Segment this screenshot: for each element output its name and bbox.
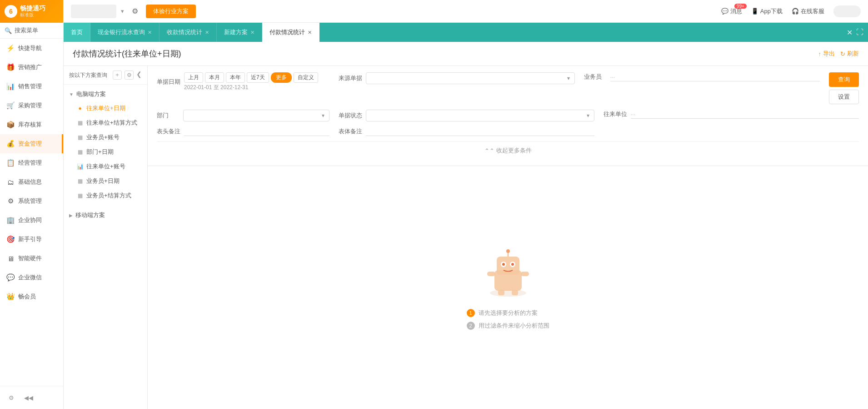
add-scheme-btn[interactable]: +: [113, 71, 122, 80]
tab-payment-stats[interactable]: 付款情况统计 ✕: [262, 23, 319, 42]
table-body-input[interactable]: [366, 127, 594, 134]
export-label: 导出: [823, 50, 835, 58]
sidebar-item-basic[interactable]: 🗂 基础信息: [0, 172, 63, 192]
tab-new-scheme-close-icon[interactable]: ✕: [250, 30, 254, 35]
filter-docstatus-item: 单据状态 ▾: [339, 110, 594, 121]
staff-input[interactable]: [610, 72, 820, 79]
tab-bank-flow-close-icon[interactable]: ✕: [148, 30, 152, 35]
dept-label: 部门: [157, 111, 180, 120]
scheme-chart-icon: 📊: [76, 163, 84, 170]
collapse-more-btn[interactable]: ⌃⌃ 收起更多条件: [484, 146, 532, 155]
source-select[interactable]: ▾: [366, 72, 575, 84]
app-download-icon: 📱: [751, 8, 758, 15]
date-btn-this-month[interactable]: 本月: [205, 72, 224, 83]
tip-num-2: 2: [467, 322, 475, 330]
staff-label: 业务员: [584, 73, 607, 81]
dept-select[interactable]: ▾: [183, 110, 329, 121]
search-label: 搜索菜单: [15, 26, 38, 35]
mobile-group-label: 移动端方案: [75, 211, 105, 219]
tab-receipt-stats[interactable]: 收款情况统计 ✕: [160, 23, 217, 42]
app-download-label: App下载: [760, 7, 783, 15]
scheme-item-staff-settle[interactable]: ▦ 业务员+结算方式: [64, 188, 147, 203]
tab-close-all-btn[interactable]: ✕: [847, 28, 853, 37]
scheme-item-unit-account[interactable]: 📊 往来单位+账号: [64, 159, 147, 174]
left-panel-title: 按以下方案查询: [69, 71, 107, 79]
left-panel-header: 按以下方案查询 + ⚙ ❮: [64, 66, 147, 85]
online-service-action[interactable]: 🎧 在线客服: [792, 7, 824, 15]
tab-receipt-stats-label: 收款情况统计: [167, 28, 202, 36]
sidebar-item-system[interactable]: ⚙ 系统管理: [0, 192, 63, 211]
scheme-settings-btn[interactable]: ⚙: [125, 71, 134, 80]
scheme-item-label: 业务员+结算方式: [86, 192, 131, 200]
date-options: 上月 本月 本年 近7天 更多 自定义 2022-01-01 至 2022-12…: [184, 72, 318, 91]
tip-text-1: 请先选择要分析的方案: [479, 309, 538, 317]
panel-collapse-btn[interactable]: ❮: [136, 71, 142, 80]
mobile-scheme-group: ▶ 移动端方案: [64, 206, 147, 225]
pc-group-arrow-icon: ▼: [69, 92, 74, 97]
sidebar-item-guide[interactable]: 🎯 新手引导: [0, 230, 63, 249]
tab-receipt-stats-close-icon[interactable]: ✕: [205, 30, 209, 35]
app-download-action[interactable]: 📱 App下载: [751, 7, 783, 15]
docstatus-select[interactable]: ▾: [366, 110, 594, 121]
sidebar-item-wechat[interactable]: 💬 企业微信: [0, 268, 63, 287]
scheme-item-unit-settle[interactable]: ▦ 往来单位+结算方式: [64, 116, 147, 130]
date-btn-this-year[interactable]: 本年: [226, 72, 245, 83]
export-btn[interactable]: ↑ 导出: [818, 50, 835, 58]
scheme-item-staff-date[interactable]: ▦ 业务员+日期: [64, 174, 147, 188]
scheme-item-dept-date[interactable]: ▦ 部门+日期: [64, 145, 147, 159]
tab-home[interactable]: 首页: [64, 23, 90, 42]
tab-payment-stats-close-icon[interactable]: ✕: [308, 30, 312, 35]
header-gear-btn[interactable]: ⚙: [129, 5, 141, 18]
sidebar-nav: ⚡ 快捷导航 🎁 营销推广 📊 销售管理 🛒 采购管理 📦 库存核算 💰 资金管…: [0, 39, 63, 386]
tab-expand-btn[interactable]: ⛶: [856, 28, 863, 36]
svg-point-8: [506, 249, 510, 253]
date-btn-7days[interactable]: 近7天: [247, 72, 269, 83]
sidebar-item-hardware[interactable]: 🖥 智能硬件: [0, 249, 63, 268]
sidebar-item-finance[interactable]: 💰 资金管理: [0, 134, 63, 153]
pc-group-header[interactable]: ▼ 电脑端方案: [64, 87, 147, 101]
experience-btn[interactable]: 体验行业方案: [146, 5, 196, 18]
sidebar-item-company[interactable]: 🏢 企业协同: [0, 211, 63, 230]
date-btn-custom[interactable]: 自定义: [294, 72, 318, 83]
message-action[interactable]: 💬 消息 99+: [721, 7, 742, 15]
sidebar-item-inventory[interactable]: 📦 库存核算: [0, 115, 63, 134]
sidebar-item-sales[interactable]: 📊 销售管理: [0, 77, 63, 96]
search-menu[interactable]: 🔍 搜索菜单: [0, 23, 63, 39]
sidebar-collapse-btn[interactable]: ◀◀: [22, 391, 35, 404]
scheme-item-label: 往来单位+账号: [86, 162, 125, 171]
header-dropdown-icon[interactable]: ▾: [121, 8, 124, 15]
refresh-btn[interactable]: ↻ 刷新: [840, 50, 859, 58]
sidebar-item-member[interactable]: 👑 畅会员: [0, 287, 63, 306]
header-logo-area: [71, 5, 116, 18]
partner-input[interactable]: [631, 110, 859, 116]
query-btn[interactable]: 查询: [829, 72, 859, 87]
operation-icon: 📋: [6, 159, 15, 167]
user-avatar[interactable]: [833, 5, 861, 17]
dept-dropdown-icon: ▾: [322, 112, 324, 119]
sidebar-item-operation[interactable]: 📋 经营管理: [0, 153, 63, 172]
filter-row-1: 单据日期 上月 本月 本年 近7天 更多 自定义 20: [157, 72, 859, 104]
date-btn-last-month[interactable]: 上月: [184, 72, 203, 83]
table-header-input[interactable]: [184, 127, 329, 134]
source-label: 来源单据: [339, 74, 362, 82]
sidebar-item-label: 库存核算: [18, 121, 42, 129]
mobile-group-header[interactable]: ▶ 移动端方案: [64, 208, 147, 222]
sidebar-item-marketing[interactable]: 🎁 营销推广: [0, 58, 63, 77]
tab-bank-flow[interactable]: 现金银行流水查询 ✕: [90, 23, 160, 42]
tab-home-label: 首页: [71, 28, 83, 36]
sidebar-item-purchase[interactable]: 🛒 采购管理: [0, 96, 63, 115]
company-icon: 🏢: [6, 216, 15, 224]
date-buttons: 上月 本月 本年 近7天 更多 自定义: [184, 72, 318, 83]
tab-new-scheme[interactable]: 新建方案 ✕: [217, 23, 262, 42]
sidebar-settings-btn[interactable]: ⚙: [5, 391, 18, 404]
sidebar-item-label: 新手引导: [18, 235, 42, 243]
sidebar-item-label: 资金管理: [18, 140, 42, 148]
svg-rect-10: [512, 290, 518, 295]
app-name: 畅捷通巧: [20, 5, 45, 12]
empty-tip-2: 2 用过滤条件来缩小分析范围: [467, 322, 549, 330]
scheme-item-unit-date[interactable]: ● 往来单位+日期: [64, 101, 147, 116]
settings-btn[interactable]: 设置: [829, 90, 859, 104]
scheme-item-staff-account[interactable]: ▦ 业务员+账号: [64, 130, 147, 145]
sidebar-item-quick-nav[interactable]: ⚡ 快捷导航: [0, 39, 63, 58]
date-btn-more[interactable]: 更多: [271, 72, 292, 83]
